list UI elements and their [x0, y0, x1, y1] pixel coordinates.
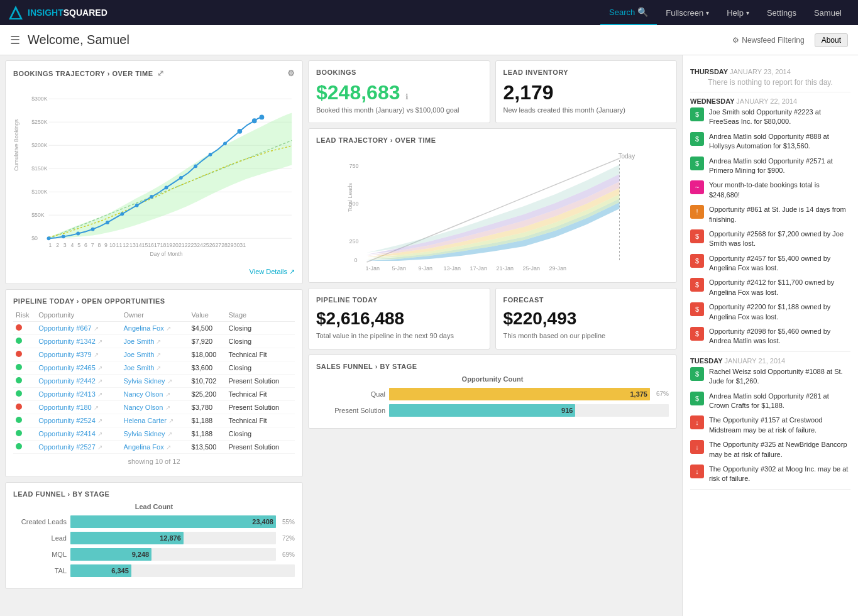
news-icon: ↓ — [690, 465, 704, 478]
owner-link[interactable]: Nancy Olson — [124, 390, 163, 398]
newsfeed-container: THURSDAY JANUARY 23, 2014There is nothin… — [690, 68, 850, 490]
col-risk: Risk — [13, 309, 36, 322]
owner-link-icon[interactable]: ↗ — [167, 431, 172, 437]
svg-text:$100K: $100K — [31, 189, 47, 195]
help-nav-item[interactable]: Help ▾ — [718, 0, 758, 25]
hamburger-menu-icon[interactable]: ☰ — [10, 33, 20, 47]
opportunity-link[interactable]: Opportunity #2524 — [38, 417, 96, 424]
news-item: ↓ The Opportunity #1157 at Crestwood Mid… — [690, 415, 850, 435]
lead-funnel-title: LEAD FUNNEL › BY STAGE — [13, 490, 295, 498]
owner-link-icon[interactable]: ↗ — [167, 378, 172, 385]
section-divider — [690, 489, 850, 490]
svg-point-21 — [91, 228, 95, 231]
view-details-link[interactable]: View Details ↗ — [13, 268, 295, 276]
search-nav-item[interactable]: Search 🔍 — [600, 0, 657, 25]
svg-text:15: 15 — [142, 242, 148, 248]
table-row: Opportunity #1342 ↗ Joe Smith ↗ $7,920 C… — [13, 335, 295, 348]
external-link-icon[interactable]: ↗ — [94, 325, 99, 332]
fullscreen-nav-item[interactable]: Fullscreen ▾ — [657, 0, 718, 25]
stage-cell: Closing — [226, 427, 295, 441]
owner-link-icon[interactable]: ↗ — [166, 325, 171, 332]
news-day: TUESDAY — [690, 357, 722, 365]
table-row: Opportunity #180 ↗ Nancy Olson ↗ $3,780 … — [13, 401, 295, 414]
about-button[interactable]: About — [815, 33, 848, 47]
external-link-icon[interactable]: ↗ — [97, 338, 102, 345]
opportunity-link[interactable]: Opportunity #2465 — [38, 364, 96, 371]
stage-cell: Closing — [226, 322, 295, 335]
external-link-icon[interactable]: ↗ — [97, 444, 102, 451]
expand-icon[interactable]: ⤢ — [157, 69, 165, 78]
owner-link-icon[interactable]: ↗ — [166, 444, 171, 451]
svg-text:1: 1 — [48, 242, 52, 248]
news-date: JANUARY 21, 2014 — [724, 357, 785, 365]
owner-link-icon[interactable]: ↗ — [165, 391, 170, 398]
funnel-bar-value: 23,408 — [252, 518, 273, 525]
owner-link-icon[interactable]: ↗ — [168, 417, 173, 424]
lead-funnel-bars: Created Leads 23,408 55% Lead 12,876 72%… — [13, 515, 295, 577]
gear-icon[interactable]: ⚙ — [287, 69, 295, 78]
opportunity-link[interactable]: Opportunity #180 — [38, 404, 91, 411]
news-icon: ~ — [690, 180, 704, 194]
table-row: Opportunity #2524 ↗ Helena Carter ↗ $1,1… — [13, 414, 295, 427]
funnel-bar-fill: 6,345 — [70, 564, 131, 577]
news-item: $ Andrea Matlin sold Opportunity #2571 a… — [690, 157, 850, 176]
owner-link[interactable]: Joe Smith — [124, 364, 155, 371]
owner-link-icon[interactable]: ↗ — [156, 365, 161, 371]
external-link-icon[interactable]: ↗ — [94, 351, 99, 358]
opportunity-cell: Opportunity #2524 ↗ — [36, 414, 121, 427]
owner-cell: Joe Smith ↗ — [121, 361, 189, 375]
svg-point-26 — [165, 186, 168, 190]
owner-link[interactable]: Joe Smith — [124, 338, 155, 345]
opportunity-link[interactable]: Opportunity #2414 — [38, 430, 96, 437]
news-date: JANUARY 22, 2014 — [736, 97, 797, 105]
external-link-icon[interactable]: ↗ — [97, 417, 102, 424]
owner-link-icon[interactable]: ↗ — [165, 404, 170, 411]
owner-link[interactable]: Sylvia Sidney — [124, 377, 165, 385]
owner-link[interactable]: Angelina Fox — [124, 324, 164, 332]
funnel-bar-container: 23,408 — [70, 515, 276, 528]
news-item: $ Opportunity #2457 for $5,400 owned by … — [690, 254, 850, 273]
external-link-icon[interactable]: ↗ — [97, 365, 102, 371]
svg-text:0: 0 — [355, 257, 358, 263]
user-nav-item[interactable]: Samuel — [805, 0, 850, 25]
external-link-icon[interactable]: ↗ — [94, 404, 99, 411]
opportunity-link[interactable]: Opportunity #667 — [38, 324, 91, 332]
owner-cell: Sylvia Sidney ↗ — [121, 375, 189, 388]
risk-indicator — [16, 390, 22, 397]
news-icon: $ — [690, 278, 704, 292]
settings-nav-item[interactable]: Settings — [758, 0, 805, 25]
owner-link[interactable]: Joe Smith — [124, 351, 155, 358]
news-text: Joe Smith sold Opportunity #2223 at Free… — [709, 107, 850, 127]
owner-link[interactable]: Nancy Olson — [124, 404, 163, 411]
external-link-icon[interactable]: ↗ — [97, 431, 102, 437]
owner-link-icon[interactable]: ↗ — [156, 338, 161, 345]
showing-text: showing 10 of 12 — [13, 454, 295, 469]
opportunity-link[interactable]: Opportunity #2442 — [38, 377, 96, 385]
opportunity-link[interactable]: Opportunity #2413 — [38, 390, 96, 398]
col-stage: Stage — [226, 309, 295, 322]
settings-label: Settings — [767, 8, 796, 18]
stage-cell: Closing — [226, 335, 295, 348]
col-opportunity: Opportunity — [36, 309, 121, 322]
external-link-icon[interactable]: ↗ — [97, 378, 102, 385]
svg-text:18: 18 — [160, 242, 167, 248]
news-icon: $ — [690, 229, 704, 243]
opportunity-cell: Opportunity #2414 ↗ — [36, 427, 121, 441]
owner-link[interactable]: Sylvia Sidney — [124, 430, 165, 437]
logo[interactable]: INSIGHTSQUARED — [8, 4, 107, 21]
external-link-icon[interactable]: ↗ — [97, 391, 102, 398]
opportunity-link[interactable]: Opportunity #1342 — [38, 338, 96, 345]
opportunity-link[interactable]: Opportunity #379 — [38, 351, 91, 358]
news-item: $ Opportunity #2200 for $1,188 owned by … — [690, 302, 850, 322]
sales-bar-fill: 1,375 — [389, 388, 650, 400]
owner-link[interactable]: Helena Carter — [124, 417, 167, 424]
logo-icon — [8, 4, 24, 21]
owner-link[interactable]: Angelina Fox — [124, 443, 164, 451]
value-cell: $1,188 — [189, 427, 226, 441]
opportunity-link[interactable]: Opportunity #2527 — [38, 443, 96, 451]
risk-cell — [13, 335, 36, 348]
subheader-right: ⚙ Newsfeed Filtering About — [732, 33, 848, 47]
owner-link-icon[interactable]: ↗ — [156, 351, 161, 358]
news-text: Opportunity #2200 for $1,188 owned by An… — [709, 302, 850, 322]
newsfeed-filter[interactable]: ⚙ Newsfeed Filtering — [732, 36, 804, 45]
